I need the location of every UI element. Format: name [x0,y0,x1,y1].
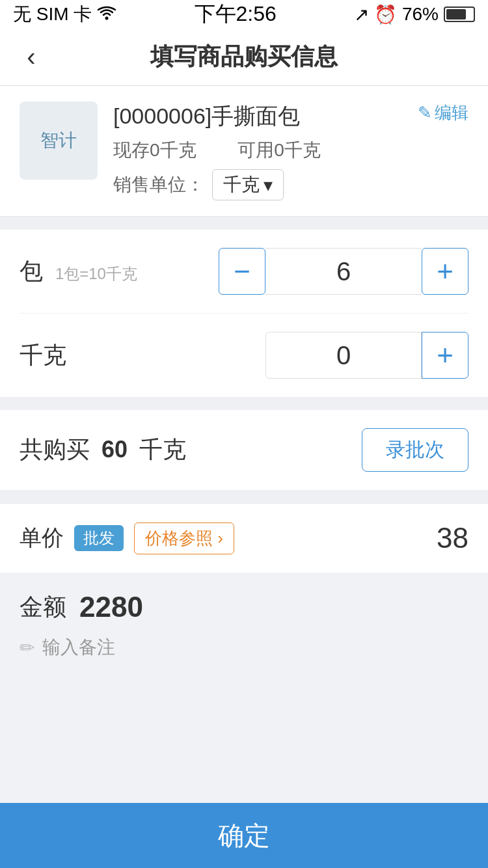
total-amount: 60 [102,436,128,463]
amount-label: 金额 [20,591,66,623]
bag-minus-button[interactable]: − [219,248,265,295]
kg-qty-input[interactable] [265,332,422,379]
stock-text: 现存0千克 [113,140,197,160]
amount-section: 金额 2280 ✏ 输入备注 [0,573,488,673]
quantity-section: 包 1包=10千克 − + 千克 + [0,230,488,397]
amount-row: 金额 2280 [20,591,468,623]
location-icon: ↗ [354,4,369,25]
unit-dropdown-icon: ▾ [264,174,273,196]
status-right: ↗ ⏰ 76% [354,4,475,25]
unit-value: 千克 [223,172,260,197]
bag-hint: 1包=10千克 [55,265,137,282]
edit-label: 编辑 [435,102,468,124]
product-name: [0000006]手撕面包 [113,102,402,131]
kg-qty-control: + [265,332,468,379]
note-row[interactable]: ✏ 输入备注 [20,635,468,660]
carrier-text: 无 SIM 卡 [13,2,92,27]
bag-qty-control: − + [219,248,468,295]
nav-bar: ‹ 填写商品购买信息 [0,29,488,86]
product-stock: 现存0千克 可用0千克 [113,138,402,163]
status-bar: 无 SIM 卡 下午2:56 ↗ ⏰ 76% [0,0,488,29]
edit-button[interactable]: ✎ 编辑 [418,102,468,124]
status-time: 下午2:56 [195,0,277,29]
back-button[interactable]: ‹ [16,42,47,73]
kg-input-row: 千克 + [20,314,468,397]
bag-label-container: 包 1包=10千克 [20,256,137,288]
total-label: 共购买 60 千克 [20,436,186,463]
kg-label: 千克 [20,342,66,368]
product-unit-row: 销售单位： 千克 ▾ [113,169,402,200]
price-label: 单价 [20,523,64,553]
product-image: 智计 [20,102,98,180]
page-title: 填写商品购买信息 [150,41,338,73]
price-section: 单价 批发 价格参照 › 38 [0,503,488,573]
section-divider-2 [0,397,488,410]
unit-label-text: 销售单位： [113,172,204,197]
kg-label-container: 千克 [20,340,66,372]
available-text: 可用0千克 [237,140,321,160]
product-logo: 智计 [40,128,77,153]
status-left: 无 SIM 卡 [13,2,116,27]
bag-label: 包 [20,258,43,284]
battery-icon [444,7,475,22]
bag-input-row: 包 1包=10千克 − + [20,230,468,314]
record-batch-button[interactable]: 录批次 [362,428,468,472]
battery-percent: 76% [402,4,439,25]
svg-point-0 [105,17,109,20]
pencil-icon: ✏ [20,637,34,658]
bag-plus-button[interactable]: + [422,248,468,295]
edit-icon: ✎ [418,103,432,123]
price-ref-button[interactable]: 价格参照 › [134,522,234,554]
price-left: 单价 批发 价格参照 › [20,522,234,554]
confirm-button[interactable]: 确定 [0,803,488,868]
product-info: [0000006]手撕面包 现存0千克 可用0千克 销售单位： 千克 ▾ [113,102,402,200]
amount-value: 2280 [79,591,143,623]
product-actions: ✎ 编辑 [418,102,468,124]
unit-select[interactable]: 千克 ▾ [212,169,284,200]
bag-qty-input[interactable] [265,248,422,295]
kg-plus-button[interactable]: + [422,332,468,379]
total-row: 共购买 60 千克 录批次 [0,410,488,490]
price-type-badge: 批发 [74,525,124,551]
section-divider-1 [0,217,488,230]
total-label-container: 共购买 60 千克 [20,434,186,466]
note-placeholder: 输入备注 [42,635,115,660]
price-row: 单价 批发 价格参照 › 38 [20,522,468,554]
wifi-icon [97,4,116,25]
product-card: 智计 [0000006]手撕面包 现存0千克 可用0千克 销售单位： 千克 ▾ … [0,86,488,217]
price-value: 38 [437,522,468,554]
alarm-icon: ⏰ [374,4,397,25]
section-divider-3 [0,490,488,503]
